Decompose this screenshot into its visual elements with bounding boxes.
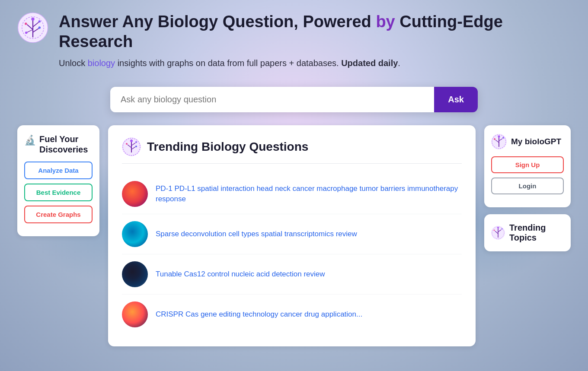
svg-point-36 — [497, 227, 499, 228]
fuel-icon: 🔬 — [24, 135, 36, 146]
main-heading: Answer Any Biology Question, Powered by … — [59, 12, 571, 51]
trending-topics-card: Trending Topics — [484, 214, 571, 251]
trending-title: Trending Biology Questions — [147, 140, 308, 154]
my-biogpt-card: My bioloGPT Sign Up Login — [484, 125, 571, 207]
trending-topics-title: Trending Topics — [509, 223, 564, 243]
analyze-data-button[interactable]: Analyze Data — [24, 162, 93, 179]
header-text: Answer Any Biology Question, Powered by … — [59, 12, 571, 70]
left-sidebar: 🔬 Fuel Your Discoveries Analyze Data Bes… — [17, 125, 99, 236]
question-item[interactable]: Tunable Cas12 control nucleic acid detec… — [122, 254, 462, 295]
svg-point-38 — [502, 228, 503, 230]
question-link-2[interactable]: Sparse deconvolution cell types spatial … — [156, 229, 357, 239]
my-biogpt-title: My bioloGPT — [511, 137, 561, 147]
question-link-1[interactable]: PD-1 PD-L1 spatial interaction head neck… — [156, 184, 462, 204]
question-item[interactable]: CRISPR Cas gene editing technology cance… — [122, 295, 462, 334]
trending-icon — [122, 137, 141, 156]
trending-panel: Trending Biology Questions PD-1 PD-L1 sp… — [108, 125, 476, 346]
create-graphs-button[interactable]: Create Graphs — [24, 206, 93, 223]
signup-button[interactable]: Sign Up — [491, 156, 564, 173]
trending-topics-header: Trending Topics — [491, 223, 564, 243]
login-button[interactable]: Login — [491, 178, 564, 194]
svg-point-30 — [502, 137, 504, 139]
svg-point-11 — [25, 32, 27, 34]
svg-point-9 — [38, 20, 41, 22]
svg-point-19 — [130, 140, 133, 142]
question-link-3[interactable]: Tunable Cas12 control nucleic acid detec… — [156, 269, 325, 279]
question-link-4[interactable]: CRISPR Cas gene editing technology cance… — [156, 309, 362, 320]
question-thumb-4 — [122, 301, 148, 327]
best-evidence-button[interactable]: Best Evidence — [24, 184, 93, 201]
app-logo — [17, 12, 48, 43]
svg-point-20 — [126, 143, 128, 145]
sidebar-title: 🔬 Fuel Your Discoveries — [24, 134, 93, 155]
header: Answer Any Biology Question, Powered by … — [0, 0, 588, 78]
biology-link[interactable]: biology — [88, 58, 115, 68]
svg-point-22 — [135, 146, 137, 147]
trending-topics-icon — [491, 226, 505, 240]
sidebar-title-text: Fuel Your Discoveries — [39, 134, 93, 155]
search-box: Ask — [110, 87, 478, 112]
my-biogpt-header: My bioloGPT — [491, 134, 564, 149]
svg-point-7 — [31, 18, 34, 21]
svg-point-8 — [25, 22, 27, 25]
search-section: Ask — [0, 78, 588, 125]
main-row: 🔬 Fuel Your Discoveries Analyze Data Bes… — [0, 125, 588, 346]
right-sidebar: My bioloGPT Sign Up Login — [484, 125, 571, 251]
svg-point-29 — [494, 138, 495, 140]
svg-point-37 — [494, 230, 495, 231]
question-thumb-1 — [122, 181, 148, 207]
question-item[interactable]: Sparse deconvolution cell types spatial … — [122, 214, 462, 254]
question-thumb-3 — [122, 261, 148, 287]
ask-button[interactable]: Ask — [434, 87, 478, 112]
question-thumb-2 — [122, 221, 148, 247]
svg-point-21 — [135, 141, 137, 143]
svg-point-10 — [38, 26, 41, 29]
subtitle: Unlock biology insights with graphs on d… — [59, 57, 571, 70]
trending-header: Trending Biology Questions — [122, 137, 462, 164]
search-input[interactable] — [110, 87, 434, 112]
my-biogpt-icon — [491, 134, 507, 149]
question-item[interactable]: PD-1 PD-L1 spatial interaction head neck… — [122, 174, 462, 214]
svg-point-28 — [498, 136, 500, 138]
